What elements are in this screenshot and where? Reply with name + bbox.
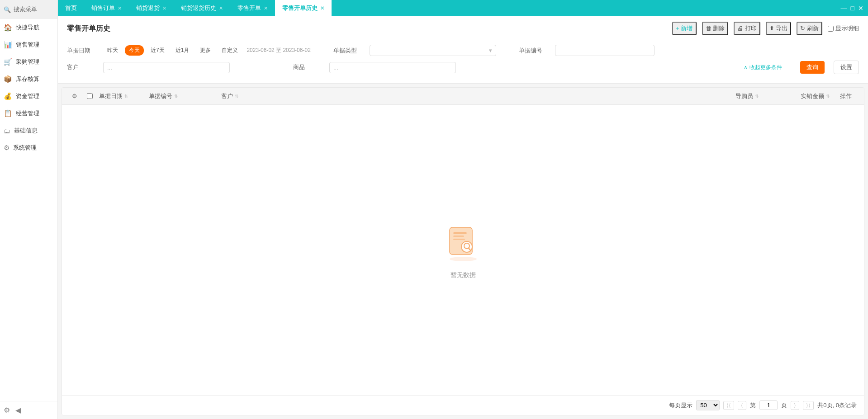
col-header-date[interactable]: 单据日期 ⇅	[96, 92, 146, 100]
add-button[interactable]: + 新增	[672, 22, 696, 35]
tab-close-icon[interactable]: ✕	[219, 5, 223, 11]
filter-row-2: 客户 ... 商品 ... ∧ 收起更多条件 查询 设置	[67, 61, 859, 74]
sidebar-item-finance[interactable]: 💰 资金管理	[0, 88, 57, 105]
empty-state: 暂无数据	[62, 105, 864, 395]
sidebar-item-sales-mgmt[interactable]: 📊 销售管理	[0, 36, 57, 53]
page-number-input[interactable]	[759, 400, 778, 410]
doc-num-label: 单据编号	[519, 47, 546, 55]
page-label-suf: 页	[781, 401, 787, 410]
customer-input[interactable]: ...	[103, 62, 230, 73]
box-icon: 📦	[4, 75, 12, 83]
collapse-label: 收起更多条件	[749, 64, 782, 71]
col-header-guide[interactable]: 导购员 ⇅	[733, 92, 787, 100]
col-label: 客户	[221, 92, 233, 100]
tab-close-icon[interactable]: ✕	[162, 5, 166, 11]
product-input[interactable]: ...	[329, 62, 456, 73]
sort-icon: ⇅	[235, 94, 238, 99]
chevron-up-icon: ∧	[744, 64, 748, 71]
collapse-btn[interactable]: ∧ 收起更多条件	[744, 64, 782, 71]
page-last-btn[interactable]: ⟩⟩	[803, 401, 814, 410]
sidebar-item-base-info[interactable]: 🗂 基础信息	[0, 122, 57, 139]
settings-button[interactable]: 设置	[834, 61, 859, 74]
chevron-down-icon: ▾	[489, 47, 492, 54]
col-header-action: 操作	[832, 92, 859, 100]
customer-label: 客户	[67, 63, 94, 71]
page-prev-btn[interactable]: ⟨	[738, 401, 746, 410]
product-placeholder: ...	[333, 64, 338, 71]
sidebar-item-label: 快捷导航	[16, 24, 39, 32]
tab-retail-open[interactable]: 零售开单 ✕	[230, 0, 275, 16]
date-btn-1month[interactable]: 近1月	[171, 45, 194, 56]
collapse-sidebar-icon[interactable]: ◀	[15, 406, 21, 414]
tab-close-icon[interactable]: ✕	[320, 5, 324, 11]
table-select-all[interactable]	[83, 93, 96, 99]
page-header: 零售开单历史 + 新增 🗑 删除 🖨 打印 ⬆ 导出 ↻ 刷新 显示明细	[58, 16, 868, 40]
tab-bar-right: — □ ✕	[841, 5, 868, 12]
per-page-select[interactable]: 50 10 20 100	[696, 400, 720, 410]
query-button[interactable]: 查询	[800, 61, 825, 74]
tab-sales-return-history[interactable]: 销货退货历史 ✕	[174, 0, 230, 16]
total-info: 共0页, 0条记录	[817, 401, 857, 410]
cart-icon: 🛒	[4, 58, 12, 66]
settings-bottom-icon[interactable]: ⚙	[4, 406, 10, 414]
sidebar-item-operations[interactable]: 📋 经营管理	[0, 105, 57, 122]
empty-state-icon	[441, 221, 486, 266]
page-title: 零售开单历史	[67, 24, 110, 33]
search-icon: 🔍	[4, 6, 11, 13]
page-title-row: 零售开单历史 + 新增 🗑 删除 🖨 打印 ⬆ 导出 ↻ 刷新 显示明细	[67, 22, 859, 35]
sidebar-item-label: 库存核算	[16, 75, 39, 83]
per-page-label: 每页显示	[669, 401, 693, 410]
tab-home[interactable]: 首页	[58, 0, 84, 16]
export-button[interactable]: ⬆ 导出	[766, 22, 792, 35]
date-btn-custom[interactable]: 自定义	[218, 45, 242, 56]
sidebar-item-purchase-mgmt[interactable]: 🛒 采购管理	[0, 53, 57, 71]
col-label: 单据编号	[149, 92, 172, 100]
sidebar-item-sys-mgmt[interactable]: ⚙ 系统管理	[0, 139, 57, 156]
doc-type-label: 单据类型	[333, 47, 360, 55]
refresh-button[interactable]: ↻ 刷新	[797, 22, 822, 35]
display-detail-checkbox[interactable]	[828, 26, 834, 32]
table-settings-icon[interactable]: ⚙	[66, 93, 83, 99]
table-area: ⚙ 单据日期 ⇅ 单据编号 ⇅ 客户 ⇅ 导购员 ⇅	[62, 87, 864, 415]
sidebar-item-label: 资金管理	[16, 92, 39, 100]
print-button[interactable]: 🖨 打印	[734, 22, 760, 35]
col-header-num[interactable]: 单据编号 ⇅	[146, 92, 218, 100]
tab-sales-return[interactable]: 销货退货 ✕	[129, 0, 174, 16]
delete-button[interactable]: 🗑 删除	[702, 22, 729, 35]
window-close-icon[interactable]: ✕	[858, 5, 863, 12]
date-btn-today[interactable]: 今天	[125, 45, 144, 56]
sidebar-item-label: 采购管理	[16, 58, 39, 66]
date-btn-7days[interactable]: 近7天	[147, 45, 169, 56]
sort-icon: ⇅	[124, 94, 128, 99]
date-btn-more[interactable]: 更多	[196, 45, 215, 56]
customer-placeholder: ...	[107, 64, 112, 71]
date-btn-yesterday[interactable]: 昨天	[103, 45, 122, 56]
window-min-icon[interactable]: —	[841, 5, 847, 12]
col-header-customer[interactable]: 客户 ⇅	[218, 92, 733, 100]
page-first-btn[interactable]: ⟨⟨	[723, 401, 734, 410]
sidebar-search-label: 搜索采单	[14, 5, 37, 14]
tab-close-icon[interactable]: ✕	[118, 5, 122, 11]
sidebar-item-inventory[interactable]: 📦 库存核算	[0, 71, 57, 88]
display-detail-label[interactable]: 显示明细	[828, 24, 859, 33]
tab-close-icon[interactable]: ✕	[264, 5, 268, 11]
tab-label: 零售开单历史	[282, 4, 318, 12]
sidebar-item-label: 基础信息	[14, 127, 38, 135]
sidebar-search[interactable]: 🔍 搜索采单	[0, 0, 57, 19]
col-header-amount[interactable]: 实销金额 ⇅	[787, 92, 832, 100]
tab-home-label: 首页	[65, 4, 77, 12]
sort-icon: ⇅	[174, 94, 178, 99]
select-all-checkbox[interactable]	[87, 93, 93, 99]
doc-type-select[interactable]: ▾	[370, 45, 496, 56]
doc-num-input[interactable]	[555, 45, 655, 56]
chart-icon: 📊	[4, 41, 12, 49]
page-next-btn[interactable]: ⟩	[791, 401, 799, 410]
window-max-icon[interactable]: □	[851, 5, 854, 12]
sidebar-item-quick-nav[interactable]: 🏠 快捷导航	[0, 19, 57, 36]
clipboard-icon: 📋	[4, 109, 12, 118]
tab-sales-order[interactable]: 销售订单 ✕	[84, 0, 129, 16]
sidebar-item-label: 系统管理	[13, 144, 37, 152]
sidebar-item-label: 经营管理	[16, 109, 39, 118]
tab-retail-history[interactable]: 零售开单历史 ✕	[275, 0, 332, 16]
home-icon: 🏠	[4, 24, 12, 32]
